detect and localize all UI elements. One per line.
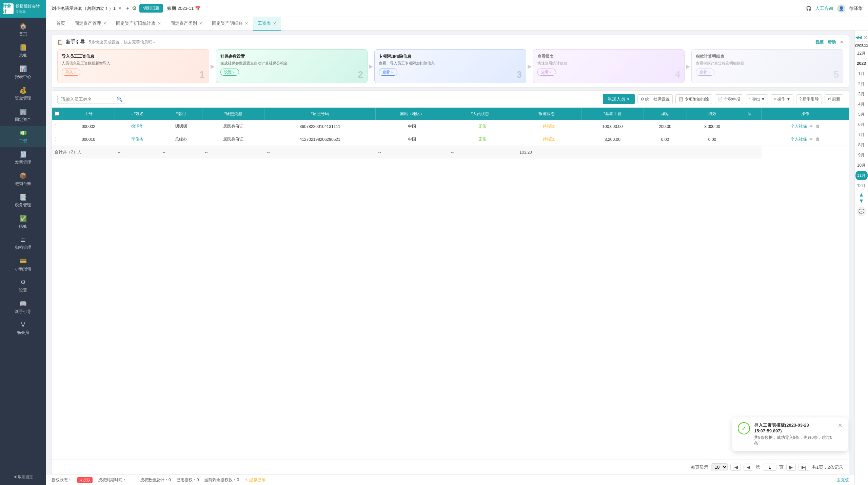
guide-button[interactable]: ? 新手引导: [796, 94, 822, 104]
panel-month-3月[interactable]: 3月: [855, 89, 868, 99]
search-icon[interactable]: 🔍: [117, 96, 122, 102]
export-button[interactable]: ↑ 导出 ▼: [746, 94, 768, 104]
step-btn-3[interactable]: 查看＞: [537, 69, 556, 76]
sidebar-item-结账[interactable]: ✅ 结账: [0, 211, 46, 233]
step-btn-2[interactable]: 查看＞: [379, 69, 397, 76]
step-desc-1: 完成社保参数设置直自动计算社保公积金: [220, 61, 363, 66]
sidebar-item-首页[interactable]: 🏠 首页: [0, 19, 46, 40]
toast-close-btn[interactable]: ✕: [838, 422, 842, 429]
app-name: 畅捷通好会计: [16, 4, 40, 9]
select-all-checkbox[interactable]: [55, 111, 59, 116]
refresh-button[interactable]: ↺ 刷新: [825, 94, 843, 104]
sidebar-item-固定资产[interactable]: 🏢 固定资产: [0, 105, 46, 126]
tab-label-4: 固定资产明细账: [212, 20, 243, 26]
tab-固定资产类别[interactable]: 固定资产类别✕: [166, 17, 207, 31]
tab-首页[interactable]: 首页: [52, 17, 70, 31]
sidebar-item-小畅报销[interactable]: 💳 小畅报销: [0, 254, 46, 275]
customer-service-icon[interactable]: 🎧: [806, 6, 811, 11]
panel-month-11月[interactable]: 11月: [855, 171, 868, 180]
guide-video-btn[interactable]: 视频: [815, 39, 824, 45]
tab-close-3[interactable]: ✕: [199, 21, 202, 26]
tax-declaration-button[interactable]: 📄 个税申报: [715, 94, 743, 104]
panel-month-6月[interactable]: 6月: [855, 120, 868, 129]
row-edit-icon-1[interactable]: ✏: [810, 137, 813, 142]
tab-close-5[interactable]: ✕: [273, 21, 276, 26]
social-insurance-settings-button[interactable]: ⚙ 统一社保设置: [637, 94, 673, 104]
page-first-btn[interactable]: |◀: [730, 464, 741, 471]
deduction-label: 专项附加扣除: [685, 96, 709, 102]
tab-固定资产折旧统计表[interactable]: 固定资产折旧统计表✕: [111, 17, 166, 31]
tab-close-1[interactable]: ✕: [103, 21, 106, 26]
panel-month-8月[interactable]: 8月: [855, 140, 868, 150]
page-size-select[interactable]: 10 20 50: [711, 463, 728, 471]
sidebar-item-工资[interactable]: 💵 工资: [0, 126, 46, 147]
row-check-0[interactable]: [55, 124, 59, 128]
guide-help-btn[interactable]: 帮助: [828, 39, 836, 45]
tab-工资表[interactable]: 工资表✕: [253, 17, 281, 31]
row-social-link-1[interactable]: 个人社保: [791, 137, 807, 142]
sidebar-item-设置[interactable]: ⚙ 设置: [0, 275, 46, 297]
step-btn-4[interactable]: 查看＞: [696, 69, 714, 76]
tab-固定资产明细账[interactable]: 固定资产明细账✕: [207, 17, 253, 31]
calendar-icon[interactable]: 📅: [195, 6, 200, 11]
panel-close-icon[interactable]: ✕: [864, 35, 868, 40]
page-input[interactable]: [763, 464, 776, 471]
customer-service-label[interactable]: 人工咨询: [815, 5, 833, 12]
step-btn-0[interactable]: 导入＞: [62, 69, 80, 76]
page-prev-btn[interactable]: ◀: [744, 464, 753, 471]
recharge-link[interactable]: 去充值: [837, 477, 849, 483]
panel-month-2月[interactable]: 2月: [855, 79, 868, 89]
operation-button[interactable]: ≡ 操作 ▼: [771, 94, 793, 104]
panel-collapse-icon[interactable]: ◀◀: [855, 35, 862, 40]
warn-label[interactable]: ⚠ 温馨提示: [244, 477, 265, 483]
account-dropdown-icon[interactable]: ▼: [118, 6, 122, 11]
sidebar-item-归档管理[interactable]: 🗂 归档管理: [0, 233, 46, 254]
sidebar-item-新手引导[interactable]: 📖 新手引导: [0, 297, 46, 318]
sidebar-item-报表中心[interactable]: 📊 报表中心: [0, 62, 46, 83]
tab-固定资产管理[interactable]: 固定资产管理✕: [70, 17, 111, 31]
special-deduction-button[interactable]: 📋 专项附加扣除: [675, 94, 712, 104]
guide-close-btn[interactable]: ✕: [840, 40, 843, 44]
row-social-link-0[interactable]: 个人社保: [791, 124, 807, 129]
panel-month-5月[interactable]: 5月: [855, 110, 868, 119]
row-delete-icon-0[interactable]: 🗑: [816, 124, 820, 129]
toast-desc: 共9条数据，成功导入9条，失败0条，跳过0条: [754, 435, 834, 446]
add-tab-icon[interactable]: +: [126, 5, 129, 12]
add-person-button[interactable]: 添加人员 ▼: [603, 94, 635, 104]
report-filter-icon[interactable]: ▼: [556, 112, 560, 116]
panel-month-12月[interactable]: 12月: [855, 181, 868, 190]
panel-scroll-up[interactable]: ▲: [859, 192, 864, 198]
sidebar-item-税务管理[interactable]: 📑 税务管理: [0, 190, 46, 211]
tab-close-4[interactable]: ✕: [245, 21, 248, 26]
row-delete-icon-1[interactable]: 🗑: [816, 137, 820, 142]
sidebar-label-3: 资金管理: [15, 95, 31, 101]
panel-month-1月[interactable]: 1月: [855, 69, 868, 78]
page-next-btn[interactable]: ▶: [786, 464, 796, 471]
user-avatar[interactable]: 👤: [837, 4, 845, 13]
panel-month-10月[interactable]: 10月: [855, 161, 868, 170]
panel-month-9月[interactable]: 9月: [855, 150, 868, 160]
sidebar-item-进销台账[interactable]: 📦 进销台账: [0, 169, 46, 190]
step-btn-1[interactable]: 设置＞: [220, 69, 239, 76]
panel-scroll-down[interactable]: ▼: [859, 198, 864, 204]
sidebar-item-资金管理[interactable]: 💰 资金管理: [0, 83, 46, 105]
status-filter-icon[interactable]: ▼: [490, 112, 494, 116]
sidebar-item-发票管理[interactable]: 🧾 发票管理: [0, 147, 46, 169]
panel-month-7月[interactable]: 7月: [855, 130, 868, 139]
topbar-account[interactable]: 刘小艳演示账套（勿删勿动！）1 ▼: [52, 5, 122, 12]
sidebar-item-总账[interactable]: 📒 总账: [0, 40, 46, 62]
panel-month-12月[interactable]: 12月: [855, 49, 868, 58]
row-check-1[interactable]: [55, 137, 59, 141]
cancel-fixed-button[interactable]: ◀ 取消固定: [0, 472, 46, 482]
row-name-link-0[interactable]: 徐泽华: [131, 124, 143, 129]
row-edit-icon-0[interactable]: ✏: [810, 124, 813, 129]
settings-icon[interactable]: ⚙: [132, 5, 137, 12]
tab-close-2[interactable]: ✕: [158, 21, 161, 26]
search-input[interactable]: [57, 95, 125, 104]
panel-month-4月[interactable]: 4月: [855, 99, 868, 109]
page-last-btn[interactable]: ▶|: [798, 464, 809, 471]
row-name-link-1[interactable]: 李俊杰: [131, 137, 143, 142]
switch-version-button[interactable]: 切到旧版: [139, 4, 163, 13]
panel-feedback-icon[interactable]: 💬: [857, 207, 866, 216]
sidebar-item-畅会员[interactable]: V 畅会员: [0, 318, 46, 339]
